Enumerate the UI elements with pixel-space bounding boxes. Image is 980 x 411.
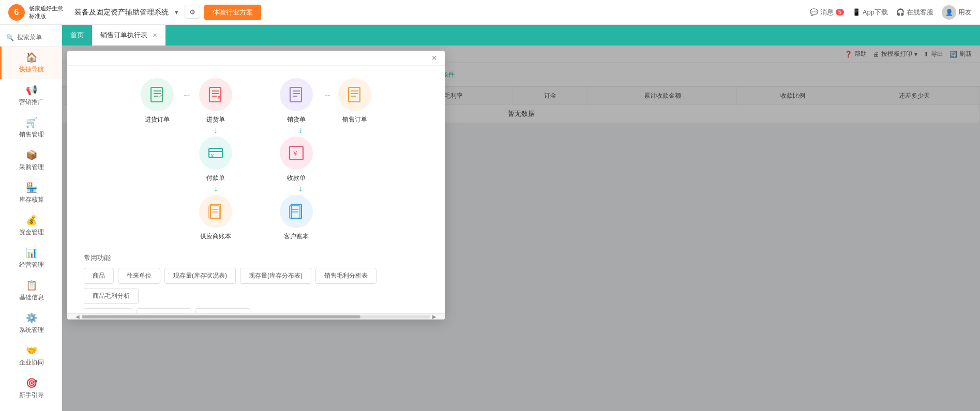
sidebar-item-label: 企业协同 — [19, 358, 44, 367]
sidebar-item-system[interactable]: ⚙️ 系统管理 — [0, 307, 62, 340]
func-btn-receipt-stats[interactable]: 收款情况统计 — [137, 308, 191, 313]
func-btn-sales-ranking[interactable]: 销售排行榜 — [84, 308, 132, 313]
basic-info-icon: 📋 — [26, 280, 37, 291]
main-content: 首页 销售订单执行表 ✕ ❓ 帮助 🖨 按模板打印 ▾ — [62, 25, 980, 411]
purchase-icon: 📦 — [26, 149, 37, 161]
sidebar-item-basic-info[interactable]: 📋 基础信息 — [0, 275, 62, 307]
arrow-purchase-order-to-bill: - - - - → — [182, 78, 191, 111]
func-btn-partners[interactable]: 往来单位 — [118, 268, 160, 284]
modal-scrollbar: ◀ ▶ — [67, 313, 445, 319]
receipt-order-label: 收款单 — [287, 174, 306, 182]
flow-payment-order[interactable]: ¥ 付款单 — [199, 136, 232, 182]
avatar: 👤 — [942, 5, 956, 20]
sidebar-item-label: 基础信息 — [19, 293, 44, 302]
svg-rect-4 — [209, 87, 221, 102]
scrollbar-left-arrow[interactable]: ◀ — [76, 314, 80, 319]
sidebar-item-sales[interactable]: 🛒 销售管理 — [0, 112, 62, 144]
sidebar-item-operations[interactable]: 📊 经营管理 — [0, 242, 62, 275]
customer-ledger-icon — [280, 195, 313, 228]
func-btn-product[interactable]: 商品 — [84, 268, 114, 284]
message-badge: 5 — [836, 9, 844, 16]
search-menu-label: 搜索菜单 — [17, 33, 42, 42]
tab-sales-order-exec-label: 销售订单执行表 — [100, 31, 147, 40]
online-service-label: 在线客服 — [907, 8, 933, 17]
svg-text:¥: ¥ — [293, 149, 297, 158]
system-icon: ⚙️ — [26, 312, 37, 324]
message-label: 消息 — [820, 8, 834, 17]
message-icon: 💬 — [810, 8, 818, 16]
arrow-sale-bill-down: ↓ — [284, 124, 317, 136]
common-functions: 常用功能 商品 往来单位 现存量(库存状况表) 现存量(库存分布表) 销售毛利分… — [84, 253, 428, 313]
modal: ✕ 进货订单 — [67, 51, 445, 319]
sidebar-item-label: 采购管理 — [19, 163, 44, 172]
sidebar-item-enterprise[interactable]: 🤝 企业协同 — [0, 340, 62, 372]
newbie-icon: 🎯 — [26, 377, 37, 389]
supplier-ledger-label: 供应商账本 — [200, 232, 231, 241]
sidebar-item-label: 资金管理 — [19, 228, 44, 237]
arrow-purchase-bill-down: ↓ — [199, 124, 232, 136]
func-btn-product-profit-analysis[interactable]: 商品毛利分析 — [84, 288, 139, 304]
content-area: ❓ 帮助 🖨 按模板打印 ▾ ⬆ 导出 🔄 刷新 — [62, 45, 980, 411]
logo-icon: 6 — [8, 4, 25, 21]
phone-icon: 📱 — [852, 8, 861, 16]
flow-customer-ledger[interactable]: 客户账本 — [280, 195, 313, 241]
logo-text: 畅康通好生意 标准版 — [29, 5, 63, 20]
sidebar-item-purchase[interactable]: 📦 采购管理 — [0, 144, 62, 177]
settings-btn[interactable]: ⚙ — [185, 6, 200, 19]
func-btn-payment-stats[interactable]: 付款情况统计 — [195, 308, 250, 313]
arrow-receipt-down: ↓ — [284, 182, 317, 195]
system-dropdown-btn[interactable]: ▾ — [173, 6, 180, 18]
tab-close-icon[interactable]: ✕ — [153, 32, 157, 39]
flow-receipt-order[interactable]: ¥ 收款单 — [280, 136, 313, 182]
tab-sales-order-exec[interactable]: 销售订单执行表 ✕ — [92, 25, 165, 45]
sidebar-item-label: 销售管理 — [19, 130, 44, 139]
sidebar-item-newbie[interactable]: 🎯 新手引导 — [0, 372, 62, 405]
func-btn-stock-status[interactable]: 现存量(库存状况表) — [164, 268, 236, 284]
svg-text:¥: ¥ — [210, 153, 214, 158]
flow-supplier-ledger[interactable]: 供应商账本 — [199, 195, 232, 241]
user-item[interactable]: 👤 用友 — [942, 5, 972, 20]
header: 6 畅康通好生意 标准版 装备及固定资产辅助管理系统 ▾ ⚙ 体验行业方案 💬 … — [0, 0, 980, 25]
modal-close-btn[interactable]: ✕ — [428, 53, 441, 63]
sidebar-item-inventory[interactable]: 🏪 库存核算 — [0, 177, 62, 209]
sidebar: 🔍 搜索菜单 🏠 快捷导航 📢 营销推广 🛒 销售管理 📦 采购管理 🏪 库存核… — [0, 25, 62, 411]
sale-order-label: 销售订单 — [342, 115, 367, 124]
tab-home[interactable]: 首页 — [62, 25, 92, 45]
sale-bill-label: 销货单 — [287, 115, 306, 124]
tab-bar: 首页 销售订单执行表 ✕ — [62, 25, 980, 45]
payment-order-label: 付款单 — [206, 174, 225, 182]
scrollbar-track[interactable] — [82, 315, 430, 318]
online-service-item[interactable]: 🎧 在线客服 — [896, 8, 933, 17]
arrow-sale-order-to-bill: ← - - - - — [321, 78, 330, 111]
sidebar-item-label: 库存核算 — [19, 195, 44, 204]
sidebar-item-quick-nav[interactable]: 🏠 快捷导航 — [0, 47, 62, 79]
func-btn-stock-dist[interactable]: 现存量(库存分布表) — [240, 268, 311, 284]
message-item[interactable]: 💬 消息 5 — [810, 8, 844, 17]
arrow-payment-down: ↓ — [199, 182, 232, 195]
func-btn-sales-profit-analysis[interactable]: 销售毛利分析表 — [315, 268, 376, 284]
scrollbar-right-arrow[interactable]: ▶ — [432, 314, 436, 319]
customer-ledger-label: 客户账本 — [284, 232, 309, 241]
sidebar-item-label: 新手引导 — [19, 391, 44, 400]
sales-icon: 🛒 — [26, 117, 37, 128]
svg-rect-0 — [151, 87, 162, 102]
common-functions-title: 常用功能 — [84, 253, 428, 263]
system-title: 装备及固定资产辅助管理系统 ▾ ⚙ 体验行业方案 — [74, 5, 810, 20]
sidebar-item-label: 经营管理 — [19, 261, 44, 269]
receipt-order-icon: ¥ — [280, 136, 313, 170]
flow-sale-order[interactable]: 销售订单 — [338, 78, 371, 124]
sidebar-item-label: 系统管理 — [19, 326, 44, 334]
quick-nav-icon: 🏠 — [26, 52, 37, 63]
flow-sale-bill[interactable]: 销货单 — [280, 78, 313, 124]
flow-purchase-order[interactable]: 进货订单 — [141, 78, 174, 124]
sidebar-item-finance[interactable]: 💰 资金管理 — [0, 209, 62, 242]
service-icon: 🎧 — [896, 8, 904, 16]
flow-purchase-bill[interactable]: 进货单 — [199, 78, 232, 124]
scrollbar-thumb — [82, 315, 360, 318]
search-menu[interactable]: 🔍 搜索菜单 — [0, 29, 62, 47]
app-download-item[interactable]: 📱 App下载 — [852, 8, 888, 17]
modal-overlay[interactable]: ✕ 进货订单 — [62, 45, 980, 411]
sidebar-item-marketing[interactable]: 📢 营销推广 — [0, 79, 62, 112]
func-buttons-row1: 商品 往来单位 现存量(库存状况表) 现存量(库存分布表) 销售毛利分析表 商品… — [84, 268, 428, 304]
trial-btn[interactable]: 体验行业方案 — [204, 5, 261, 20]
